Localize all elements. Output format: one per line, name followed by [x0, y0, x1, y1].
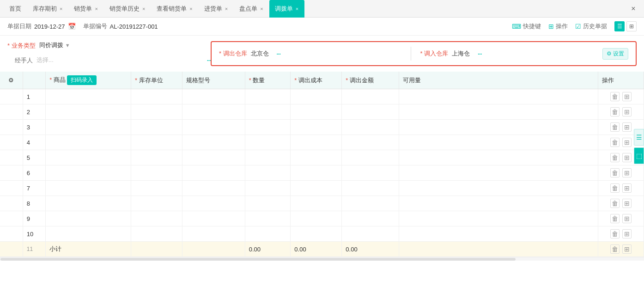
row-spec[interactable] — [182, 135, 245, 150]
row-spec[interactable] — [182, 89, 245, 104]
row-product[interactable] — [46, 104, 131, 120]
tab-purchase-order[interactable]: 进货单 × — [199, 0, 234, 18]
side-expand-icon[interactable]: ⬚ — [634, 147, 644, 164]
row-cost[interactable] — [291, 211, 342, 226]
row-amount[interactable] — [342, 104, 399, 120]
row-spec[interactable] — [182, 226, 245, 242]
tab-close-sales-order[interactable]: × — [95, 6, 97, 12]
tab-close-view-sales[interactable]: × — [189, 6, 192, 12]
row-delete-icon[interactable]: 🗑 — [610, 92, 620, 101]
shortcuts-button[interactable]: ⌨ 快捷键 — [512, 22, 541, 31]
row-delete-icon[interactable]: 🗑 — [610, 122, 620, 132]
source-warehouse-more-icon[interactable]: ··· — [276, 49, 280, 59]
row-qty[interactable] — [245, 150, 291, 165]
row-delete-icon[interactable]: 🗑 — [610, 229, 620, 238]
row-amount[interactable] — [342, 211, 399, 226]
row-copy-icon[interactable]: ⊞ — [622, 214, 632, 223]
row-unit[interactable] — [131, 104, 182, 120]
date-value[interactable]: 2019-12-27 — [34, 23, 65, 30]
row-product[interactable] — [46, 181, 131, 196]
source-warehouse-value[interactable]: 北京仓 — [251, 49, 269, 58]
row-qty[interactable] — [245, 181, 291, 196]
row-spec[interactable] — [182, 120, 245, 135]
row-spec[interactable] — [182, 196, 245, 211]
tab-close-sales-history[interactable]: × — [142, 6, 145, 12]
view-list-icon[interactable]: ☰ — [614, 21, 625, 31]
row-cost[interactable] — [291, 135, 342, 150]
tab-view-sales[interactable]: 查看销货单 × — [151, 0, 198, 18]
row-product[interactable] — [46, 226, 131, 242]
row-spec[interactable] — [182, 181, 245, 196]
side-list-icon[interactable]: ☰ — [634, 129, 644, 146]
scan-entry-button[interactable]: 扫码录入 — [67, 75, 97, 85]
row-product[interactable] — [46, 196, 131, 211]
row-copy-icon[interactable]: ⊞ — [622, 92, 632, 101]
row-copy-icon[interactable]: ⊞ — [622, 183, 632, 193]
tab-sales-order[interactable]: 销货单 × — [68, 0, 103, 18]
copy-icon[interactable]: ⊞ — [622, 244, 632, 254]
row-qty[interactable] — [245, 211, 291, 226]
row-spec[interactable] — [182, 150, 245, 165]
row-unit[interactable] — [131, 165, 182, 181]
row-cost[interactable] — [291, 150, 342, 165]
row-copy-icon[interactable]: ⊞ — [622, 168, 632, 177]
row-cost[interactable] — [291, 89, 342, 104]
row-qty[interactable] — [245, 120, 291, 135]
row-amount[interactable] — [342, 135, 399, 150]
tab-close-inventory-check[interactable]: × — [260, 6, 263, 12]
row-copy-icon[interactable]: ⊞ — [622, 153, 632, 162]
row-product[interactable] — [46, 120, 131, 135]
row-spec[interactable] — [182, 104, 245, 120]
th-gear[interactable]: ⚙ — [0, 72, 23, 89]
row-spec[interactable] — [182, 165, 245, 181]
row-unit[interactable] — [131, 181, 182, 196]
row-delete-icon[interactable]: 🗑 — [610, 153, 620, 162]
row-qty[interactable] — [245, 196, 291, 211]
tab-close-transfer-order[interactable]: × — [296, 6, 298, 12]
tab-transfer-order[interactable]: 调拨单 × — [269, 0, 304, 18]
row-delete-icon[interactable]: 🗑 — [610, 138, 620, 147]
calendar-icon[interactable]: 📅 — [68, 23, 76, 30]
row-copy-icon[interactable]: ⊞ — [622, 107, 632, 116]
history-button[interactable]: ☑ 历史单据 — [575, 22, 607, 31]
tab-close-inventory-init[interactable]: × — [60, 6, 62, 12]
delete-icon[interactable]: 🗑 — [610, 244, 620, 254]
row-qty[interactable] — [245, 165, 291, 181]
tab-inventory-init[interactable]: 库存期初 × — [27, 0, 68, 18]
tab-close-purchase-order[interactable]: × — [225, 6, 228, 12]
row-delete-icon[interactable]: 🗑 — [610, 168, 620, 177]
row-unit[interactable] — [131, 135, 182, 150]
row-copy-icon[interactable]: ⊞ — [622, 229, 632, 238]
row-qty[interactable] — [245, 135, 291, 150]
handler-more-icon[interactable]: ··· — [207, 55, 211, 65]
target-warehouse-more-icon[interactable]: ··· — [477, 49, 481, 59]
row-amount[interactable] — [342, 120, 399, 135]
row-amount[interactable] — [342, 196, 399, 211]
row-spec[interactable] — [182, 211, 245, 226]
row-product[interactable] — [46, 135, 131, 150]
tab-home[interactable]: 首页 — [4, 0, 27, 18]
row-qty[interactable] — [245, 104, 291, 120]
horizontal-scrollbar[interactable] — [0, 257, 644, 261]
row-delete-icon[interactable]: 🗑 — [610, 183, 620, 193]
global-close-button[interactable]: × — [626, 2, 640, 16]
row-cost[interactable] — [291, 226, 342, 242]
row-unit[interactable] — [131, 120, 182, 135]
tab-inventory-check[interactable]: 盘点单 × — [234, 0, 269, 18]
row-copy-icon[interactable]: ⊞ — [622, 122, 632, 132]
row-amount[interactable] — [342, 226, 399, 242]
row-delete-icon[interactable]: 🗑 — [610, 199, 620, 208]
row-delete-icon[interactable]: 🗑 — [610, 214, 620, 223]
row-copy-icon[interactable]: ⊞ — [622, 138, 632, 147]
row-product[interactable] — [46, 165, 131, 181]
row-unit[interactable] — [131, 226, 182, 242]
row-amount[interactable] — [342, 89, 399, 104]
settings-button[interactable]: ⚙ 设置 — [602, 48, 628, 60]
row-unit[interactable] — [131, 150, 182, 165]
row-product[interactable] — [46, 211, 131, 226]
row-unit[interactable] — [131, 89, 182, 104]
row-product[interactable] — [46, 150, 131, 165]
row-cost[interactable] — [291, 165, 342, 181]
row-amount[interactable] — [342, 150, 399, 165]
business-type-select[interactable]: 同价调拨 ▼ — [39, 41, 211, 50]
